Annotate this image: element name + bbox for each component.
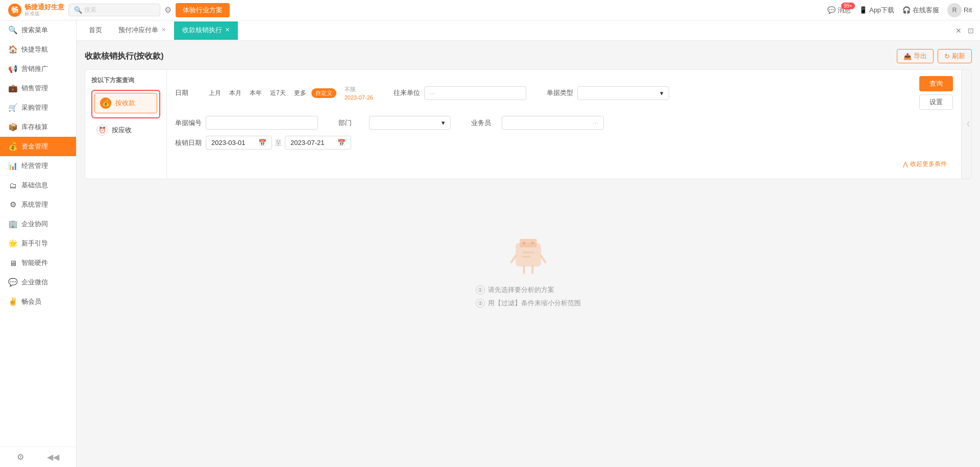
member-icon: ✌ <box>8 297 17 306</box>
filter-option-by-receipt[interactable]: 💰 按收款 <box>94 93 157 113</box>
hardware-icon: 🖥 <box>8 259 17 267</box>
sidebar-item-label-sales: 销售管理 <box>21 84 48 93</box>
page-title: 收款核销执行(按收款) <box>85 51 164 62</box>
tab-home-label: 首页 <box>89 26 102 35</box>
tab-close-button[interactable]: ✕ <box>953 24 964 37</box>
filter-option-receipt-label: 按收款 <box>115 99 135 108</box>
shortcut-custom[interactable]: 自定义 <box>311 88 336 98</box>
sidebar-item-purchase[interactable]: 🛒 采购管理 <box>0 98 76 117</box>
verify-date-field: 核销日期 2023-03-01 📅 至 2023-07-21 📅 <box>175 136 351 150</box>
export-icon: 📤 <box>903 53 912 60</box>
top-bar-right: 💬 消息 99+ 📱 App下载 🎧 在线客服 R Rit <box>827 3 972 17</box>
chevron-down-icon: ▾ <box>660 89 664 97</box>
staff-input[interactable]: ··· <box>502 116 604 130</box>
sidebar-item-quicknav[interactable]: 🏠 快捷导航 <box>0 40 76 59</box>
svg-point-3 <box>531 242 534 244</box>
sidebar-item-label-search: 搜索菜单 <box>21 26 48 35</box>
settings-filter-button[interactable]: 设置 <box>919 94 953 110</box>
collapse-sidebar-icon[interactable]: ◀◀ <box>47 452 59 462</box>
shortcut-more[interactable]: 更多 <box>291 88 309 99</box>
sidebar-item-guide[interactable]: 🌟 新手引导 <box>0 234 76 253</box>
sidebar-item-search[interactable]: 🔍 搜索菜单 <box>0 20 76 40</box>
filter-row-2: 单据编号 部门 ▾ 业务员 <box>175 116 953 130</box>
dept-field: 部门 ▾ <box>338 116 451 130</box>
refresh-button[interactable]: ↻ 刷新 <box>938 49 972 63</box>
tab-prepay-label: 预付冲应付单 <box>118 26 158 35</box>
query-button[interactable]: 查询 <box>919 76 953 91</box>
counterpart-input[interactable]: ··· <box>424 86 526 100</box>
counterpart-field: 往来单位 ··· <box>394 86 526 100</box>
sidebar-item-marketing[interactable]: 📢 营销推广 <box>0 59 76 79</box>
settings-icon[interactable]: ⚙ <box>164 5 172 15</box>
tab-receipt[interactable]: 收款核销执行 ✕ <box>174 21 238 40</box>
app-download-button[interactable]: 📱 App下载 <box>859 6 894 15</box>
app-icon: 📱 <box>859 6 867 14</box>
tab-prepay-close[interactable]: ✕ <box>161 27 166 33</box>
sidebar-item-sales[interactable]: 💼 销售管理 <box>0 79 76 98</box>
shortcut-this-month[interactable]: 本月 <box>226 88 244 99</box>
tab-bar: 首页 预付冲应付单 ✕ 收款核销执行 ✕ ✕ ⊡ <box>77 20 980 41</box>
filter-sidebar-toggle[interactable]: 《 <box>961 70 971 179</box>
sidebar-item-hardware[interactable]: 🖥 智能硬件 <box>0 253 76 273</box>
tab-home[interactable]: 首页 <box>81 21 110 40</box>
sidebar-item-wechat[interactable]: 💬 企业微信 <box>0 273 76 292</box>
tab-receipt-close[interactable]: ✕ <box>225 27 230 33</box>
filter-sidebar: 按以下方案查询 💰 按收款 ⏰ 按应收 <box>85 70 167 179</box>
collapse-more-button[interactable]: ⋀ 收起更多条件 <box>897 158 953 170</box>
user-avatar[interactable]: R Rit <box>947 3 972 17</box>
tab-prepay[interactable]: 预付冲应付单 ✕ <box>110 21 174 40</box>
calendar-from-icon[interactable]: 📅 <box>258 139 266 146</box>
date-label: 日期 <box>175 88 202 97</box>
shortcut-last-month[interactable]: 上月 <box>206 88 224 99</box>
tab-receipt-label: 收款核销执行 <box>182 26 222 35</box>
date-field: 日期 上月 本月 本年 近7天 更多 自定义 <box>175 88 336 99</box>
empty-tip-2: ② 用【过滤】条件来缩小分析范围 <box>476 299 581 308</box>
doc-no-input[interactable] <box>206 116 318 130</box>
top-search-bar: 🔍 搜索 <box>68 4 160 16</box>
brand: 畅 畅捷通好生意 标准版 <box>8 3 64 17</box>
settings-bottom-icon[interactable]: ⚙ <box>17 452 24 462</box>
sidebar-item-member[interactable]: ✌ 畅会员 <box>0 292 76 311</box>
sidebar-item-enterprise[interactable]: 🏢 企业协同 <box>0 214 76 234</box>
marketing-icon: 📢 <box>8 64 17 73</box>
guide-icon: 🌟 <box>8 239 17 248</box>
message-badge: 99+ <box>841 3 855 9</box>
message-button[interactable]: 💬 消息 99+ <box>827 6 851 15</box>
export-button[interactable]: 📤 导出 <box>897 49 934 63</box>
shortcut-this-year[interactable]: 本年 <box>247 88 265 99</box>
verify-date-from-input[interactable]: 2023-03-01 📅 <box>206 136 272 150</box>
tab-expand-button[interactable]: ⊡ <box>966 24 976 37</box>
filter-row-1: 日期 上月 本月 本年 近7天 更多 自定义 不限 <box>175 76 953 110</box>
counterpart-dots: ··· <box>430 89 435 97</box>
sidebar-item-operation[interactable]: 📊 经营管理 <box>0 156 76 176</box>
sidebar-item-inventory[interactable]: 📦 库存核算 <box>0 117 76 137</box>
date-shortcuts: 上月 本月 本年 近7天 更多 自定义 <box>206 88 336 99</box>
filter-row-3: 核销日期 2023-03-01 📅 至 2023-07-21 📅 <box>175 136 953 150</box>
sidebar-item-label-enterprise: 企业协同 <box>21 219 48 229</box>
sidebar-item-label-purchase: 采购管理 <box>21 103 48 112</box>
sidebar-item-system[interactable]: ⚙ 系统管理 <box>0 195 76 214</box>
top-bar: 畅 畅捷通好生意 标准版 🔍 搜索 ⚙ 体验行业方案 💬 消息 99+ 📱 Ap… <box>0 0 980 20</box>
filter-option-by-receivable[interactable]: ⏰ 按应收 <box>91 120 160 140</box>
svg-point-2 <box>523 242 525 244</box>
verify-date-to-input[interactable]: 2023-07-21 📅 <box>285 136 351 150</box>
empty-tip-1: ① 请先选择要分析的方案 <box>476 285 581 294</box>
empty-illustration <box>503 226 554 277</box>
doc-type-select[interactable]: ▾ <box>577 86 669 100</box>
brand-name: 畅捷通好生意 <box>24 3 64 11</box>
filter-selected-box: 💰 按收款 <box>91 90 160 118</box>
industry-solution-button[interactable]: 体验行业方案 <box>176 3 230 17</box>
sidebar-item-label-finance: 资金管理 <box>21 142 48 151</box>
empty-tip-1-text: 请先选择要分析的方案 <box>488 285 554 294</box>
calendar-to-icon[interactable]: 📅 <box>337 139 346 146</box>
enterprise-icon: 🏢 <box>8 219 17 229</box>
filter-form: 日期 上月 本月 本年 近7天 更多 自定义 不限 <box>167 70 961 179</box>
sidebar-item-basic[interactable]: 🗂 基础信息 <box>0 176 76 195</box>
empty-tip-2-text: 用【过滤】条件来缩小分析范围 <box>488 299 581 308</box>
online-service-button[interactable]: 🎧 在线客服 <box>902 6 939 15</box>
shortcut-7days[interactable]: 近7天 <box>267 88 289 99</box>
sidebar-item-finance[interactable]: 💰 资金管理 <box>0 137 76 156</box>
dept-select[interactable]: ▾ <box>369 116 451 130</box>
verify-date-label: 核销日期 <box>175 138 202 148</box>
quicknav-icon: 🏠 <box>8 45 17 54</box>
